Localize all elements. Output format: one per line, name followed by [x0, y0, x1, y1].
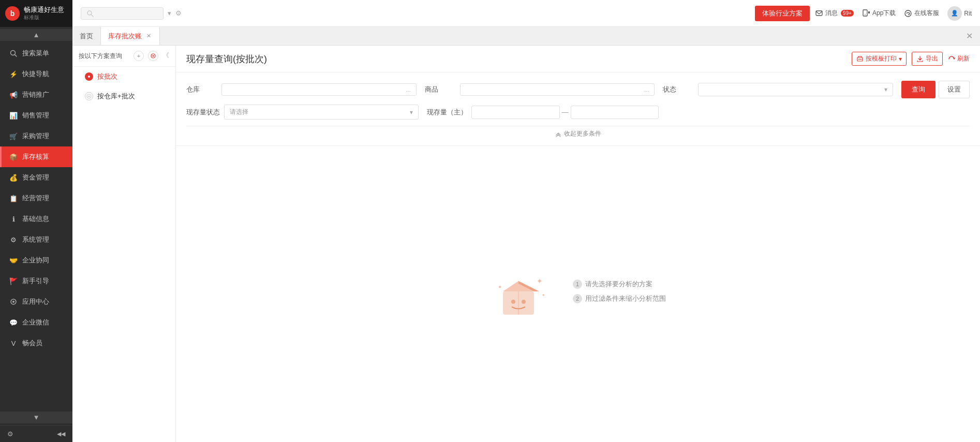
sidebar-item-label: 应用中心	[22, 297, 49, 306]
filter-form: 仓库 ... 商品 ... 状态	[176, 72, 980, 146]
filter-panel-header: 按以下方案查询 + 《	[72, 46, 175, 67]
sidebar-item-basics[interactable]: ℹ 基础信息	[0, 209, 72, 229]
sidebar-item-search-menu[interactable]: 搜索菜单	[0, 43, 72, 64]
scroll-up-area: ▲	[0, 27, 72, 43]
sidebar-item-app-center[interactable]: 应用中心	[0, 291, 72, 312]
filter-row-2: 现存量状态 请选择 ▾ 现存量（主） —	[186, 105, 970, 120]
svg-point-12	[153, 55, 154, 57]
collapse-more-btn[interactable]: 收起更多条件	[186, 126, 970, 141]
svg-point-22	[511, 300, 515, 304]
sidebar-scroll-down[interactable]: ▼	[0, 411, 72, 423]
product-input[interactable]: ...	[460, 83, 655, 96]
tab-panel-close-btn[interactable]: ✕	[959, 31, 980, 41]
top-header: ▾ ⚙ 体验行业方案 消息 99+ App下载	[72, 0, 980, 27]
refresh-btn[interactable]: 刷新	[948, 54, 970, 63]
sidebar-item-quick-nav[interactable]: ⚡ 快捷导航	[0, 64, 72, 84]
export-btn[interactable]: 导出	[912, 52, 943, 66]
header-dropdown-arrow[interactable]: ▾	[168, 9, 171, 17]
settings-btn[interactable]: 设置	[939, 81, 970, 98]
tip-1-text: 请先选择要分析的方案	[585, 279, 652, 289]
sidebar-header: b 畅康通好生意 标准版	[0, 0, 72, 27]
main-panel: 现存量查询(按批次) 按模板打印 ▾	[176, 46, 980, 442]
messages-btn[interactable]: 消息 99+	[815, 9, 854, 18]
svg-point-10	[905, 10, 911, 17]
collapse-filter-btn[interactable]: 《	[162, 51, 169, 61]
scheme-settings-btn[interactable]	[148, 51, 158, 61]
svg-rect-6	[816, 11, 822, 16]
stock-status-placeholder: 请选择	[230, 108, 248, 116]
sidebar-item-member[interactable]: V 畅会员	[0, 333, 72, 353]
sidebar-item-newbie[interactable]: 🚩 新手引导	[0, 271, 72, 291]
stock-qty-max[interactable]	[571, 106, 659, 119]
sidebar-nav-wrapper: ▲ 搜索菜单 ⚡ 快捷导航 📢 营销推广	[0, 27, 72, 425]
sidebar-item-label: 系统管理	[22, 235, 49, 244]
sidebar-item-finance[interactable]: 💰 资金管理	[0, 167, 72, 188]
svg-point-23	[522, 300, 526, 304]
sidebar-item-inventory[interactable]: 📦 库存核算	[0, 146, 72, 167]
filter-item-by-warehouse-batch[interactable]: 按仓库+批次	[72, 86, 175, 106]
status-dropdown-icon: ▾	[884, 86, 887, 93]
header-settings-icon[interactable]: ⚙	[175, 9, 182, 17]
header-right: 消息 99+ App下载 在线客服 👤	[815, 6, 972, 21]
active-scheme-indicator	[85, 72, 93, 81]
sidebar-item-label: 搜索菜单	[22, 49, 49, 58]
sidebar-item-label: 畅会员	[22, 338, 42, 348]
messages-label: 消息	[825, 9, 838, 18]
sidebar-item-label: 库存核算	[22, 152, 49, 161]
tip-1-num: 1	[573, 279, 582, 289]
sidebar-item-purchase[interactable]: 🛒 采购管理	[0, 126, 72, 146]
tab-inventory-batch[interactable]: 库存批次账 ✕	[101, 27, 160, 45]
collapse-sidebar-btn[interactable]: ◀◀	[57, 431, 65, 437]
product-field: 商品 ...	[425, 83, 655, 96]
stock-qty-range: —	[471, 106, 659, 119]
sidebar-item-label: 基础信息	[22, 214, 49, 224]
stock-status-field: 现存量状态 请选择 ▾	[186, 105, 419, 120]
stock-status-label: 现存量状态	[186, 108, 220, 117]
add-scheme-btn[interactable]: +	[133, 51, 144, 61]
status-input[interactable]: ▾	[698, 83, 893, 96]
user-name: Rit	[964, 10, 972, 17]
template-print-btn[interactable]: 按模板打印 ▾	[852, 52, 907, 66]
trial-button[interactable]: 体验行业方案	[755, 6, 810, 21]
query-btn[interactable]: 查询	[901, 81, 936, 98]
inactive-scheme-indicator	[85, 92, 93, 100]
sidebar-item-label: 销售管理	[22, 111, 49, 120]
stock-status-select[interactable]: 请选择 ▾	[224, 105, 419, 120]
filter-item-by-batch[interactable]: 按批次	[72, 67, 175, 86]
main-area: ▾ ⚙ 体验行业方案 消息 99+ App下载	[72, 0, 980, 442]
collapse-more-label: 收起更多条件	[564, 129, 601, 138]
empty-state: ✦ ✦ ✦ 1 请先选择要分析的方案 2 用过滤条件来缩小分析范围	[176, 146, 980, 442]
stock-qty-min[interactable]	[471, 106, 560, 119]
sidebar-item-sales[interactable]: 📊 销售管理	[0, 105, 72, 126]
sidebar-item-enterprise-wx[interactable]: 💬 企业微信	[0, 312, 72, 333]
avatar: 👤	[947, 6, 962, 21]
product-more[interactable]: ...	[644, 86, 649, 93]
user-avatar-placeholder: 👤	[951, 10, 958, 17]
app-download-label: App下载	[872, 9, 896, 18]
header-search-box[interactable]	[81, 7, 164, 20]
online-service-btn[interactable]: 在线客服	[904, 9, 939, 18]
header-input-area: ▾ ⚙	[81, 7, 750, 20]
flag-icon: 🚩	[9, 276, 18, 286]
filter-item-by-batch-label: 按批次	[97, 72, 117, 81]
empty-tips: 1 请先选择要分析的方案 2 用过滤条件来缩小分析范围	[573, 279, 666, 308]
user-profile[interactable]: 👤 Rit	[947, 6, 972, 21]
svg-rect-9	[868, 11, 870, 13]
cart-icon: 🛒	[9, 131, 18, 141]
sidebar-item-enterprise[interactable]: 🤝 企业协同	[0, 250, 72, 271]
sidebar-item-label: 新手引导	[22, 276, 49, 286]
sidebar-item-operations[interactable]: 📋 经营管理	[0, 188, 72, 209]
settings-icon[interactable]: ⚙	[7, 430, 13, 438]
warehouse-input[interactable]: ...	[221, 83, 417, 96]
tab-home[interactable]: 首页	[72, 27, 101, 45]
filter-item-by-warehouse-batch-label: 按仓库+批次	[97, 92, 135, 101]
wechat-icon: 💬	[9, 318, 18, 327]
warehouse-more[interactable]: ...	[406, 86, 411, 93]
sidebar-scroll-up[interactable]: ▲	[0, 29, 72, 41]
sidebar-item-marketing[interactable]: 📢 营销推广	[0, 84, 72, 105]
online-service-label: 在线客服	[914, 9, 939, 18]
sidebar-item-system[interactable]: ⚙ 系统管理	[0, 229, 72, 250]
app-download-btn[interactable]: App下载	[862, 9, 896, 18]
tab-close-btn[interactable]: ✕	[145, 33, 152, 40]
filter-panel-title: 按以下方案查询	[79, 52, 122, 61]
